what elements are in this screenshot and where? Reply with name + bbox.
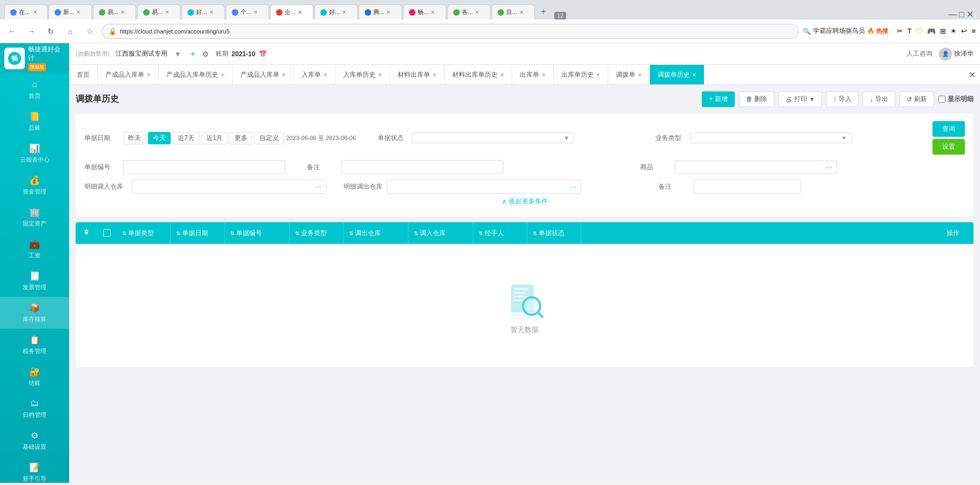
goods-ellipsis[interactable]: ··· (825, 163, 832, 171)
sidebar-item-settings[interactable]: ⚙ 基础设置 (0, 424, 69, 456)
gear-icon[interactable]: ⚙ (202, 50, 209, 58)
goods-select[interactable]: ··· (675, 161, 837, 174)
tab-8-close[interactable]: ✕ (342, 9, 346, 15)
tab-finished-in[interactable]: 产成品入库单 ✕ (98, 65, 159, 84)
sidebar-item-fund[interactable]: 💰 资金管理 (0, 169, 69, 201)
tab-material-out-hist-close[interactable]: ✕ (500, 72, 504, 78)
tab-bar-close-all[interactable]: ✕ (964, 70, 980, 80)
show-detail-checkbox[interactable] (938, 96, 945, 103)
sidebar-item-archive[interactable]: 🗂 归档管理 (0, 393, 69, 424)
browser-tab-3[interactable]: 易... ✕ (93, 4, 136, 19)
shield-icon[interactable]: 🛡 (916, 27, 923, 35)
biz-type-select[interactable]: ▼ (690, 132, 852, 143)
tab-4-close[interactable]: ✕ (165, 9, 169, 15)
sidebar-item-home[interactable]: ⌂ 首页 (0, 74, 69, 105)
service-label[interactable]: 人工咨询 (907, 49, 932, 58)
sidebar-item-report[interactable]: 📊 云报表中心 (0, 137, 69, 169)
col-type[interactable]: ⇅ 单据类型 (117, 222, 171, 244)
col-no[interactable]: ⇅ 单据编号 (225, 222, 290, 244)
tab-3-close[interactable]: ✕ (120, 9, 125, 15)
tab-finished-in-hist[interactable]: 产成品入库单历史 ✕ (159, 65, 233, 84)
col-operator[interactable]: ⇅ 经手人 (473, 222, 527, 244)
date-btn-today[interactable]: 今天 (148, 132, 171, 144)
col-status[interactable]: ⇅ 单据状态 (527, 222, 581, 244)
sidebar-item-ledger[interactable]: 📒 总账 (0, 105, 69, 137)
export-button[interactable]: ↓ 导出 (863, 91, 895, 107)
tab-2-close[interactable]: ✕ (76, 9, 80, 15)
tab-finished-in2[interactable]: 产成品入库单 ✕ (233, 65, 294, 84)
delete-button[interactable]: 🗑 删除 (739, 91, 774, 107)
translate-icon[interactable]: T (907, 27, 911, 35)
sidebar-item-inventory[interactable]: 📦 库存核算 (0, 297, 69, 329)
browser-tab-9[interactable]: 腾... ✕ (359, 4, 402, 19)
col-biz-type[interactable]: ⇅ 业务类型 (290, 222, 344, 244)
browser-tab-6[interactable]: 个... ✕ (226, 4, 269, 19)
tab-transfer-close[interactable]: ✕ (637, 72, 642, 78)
browser-minimize-btn[interactable]: — (948, 10, 957, 19)
browser-tab-10[interactable]: 畅... ✕ (403, 4, 446, 19)
tab-material-out-close[interactable]: ✕ (432, 72, 437, 78)
tab-receipt-close[interactable]: ✕ (323, 72, 327, 78)
date-btn-7days[interactable]: 近7天 (173, 132, 199, 144)
col-out-warehouse[interactable]: ⇅ 调出仓库 (344, 222, 408, 244)
home-button[interactable]: ⌂ (63, 24, 78, 39)
refresh-button[interactable]: ↺ 刷新 (900, 91, 934, 107)
tab-finished-in-hist-close[interactable]: ✕ (220, 72, 225, 78)
warehouse-out-input[interactable]: ··· (387, 180, 581, 194)
game-icon[interactable]: 🎮 (927, 27, 936, 35)
status-select[interactable]: ▼ (412, 132, 574, 143)
new-button[interactable]: + 新增 (702, 91, 734, 107)
warehouse-in-ellipsis[interactable]: ··· (315, 182, 321, 191)
sidebar-item-invoice[interactable]: 🧾 发票管理 (0, 265, 69, 297)
tab-7-close[interactable]: ✕ (298, 9, 302, 15)
col-in-warehouse[interactable]: ⇅ 调入仓库 (408, 222, 473, 244)
tab-home[interactable]: 首页 (69, 65, 98, 84)
browser-tab-12[interactable]: 目... ✕ (492, 4, 535, 19)
tab-issue-hist[interactable]: 出库单历史 ✕ (554, 65, 608, 84)
tab-transfer[interactable]: 调拨单 ✕ (608, 65, 650, 84)
tab-1-close[interactable]: ✕ (33, 9, 37, 15)
new-tab-button[interactable]: + (536, 4, 551, 19)
company-dropdown-icon[interactable]: ▼ (174, 50, 182, 58)
bookmark-button[interactable]: ☆ (82, 24, 97, 39)
tab-finished-in-close[interactable]: ✕ (146, 72, 151, 78)
add-company-icon[interactable]: + (190, 49, 195, 59)
tab-material-out-hist[interactable]: 材料出库单历史 ✕ (445, 65, 512, 84)
date-btn-custom[interactable]: 自定义 (254, 132, 284, 144)
date-btn-1month[interactable]: 近1月 (202, 132, 228, 144)
sidebar-item-salary[interactable]: 💼 工资 (0, 233, 69, 265)
calendar-icon[interactable]: 📅 (259, 50, 267, 58)
sidebar-item-tax[interactable]: 📋 税务管理 (0, 329, 69, 361)
tab-6-close[interactable]: ✕ (253, 9, 258, 15)
tab-issue[interactable]: 出库单 ✕ (512, 65, 554, 84)
show-detail-toggle[interactable]: 显示明细 (938, 95, 974, 104)
sidebar-item-assets[interactable]: 🏢 固定资产 (0, 201, 69, 233)
import-button[interactable]: ↑ 导入 (826, 91, 858, 107)
tab-finished-in2-close[interactable]: ✕ (281, 72, 286, 78)
browser-close-btn[interactable]: ✕ (966, 9, 974, 19)
browser-tab-8[interactable]: 好... ✕ (314, 4, 358, 19)
tab-issue-close[interactable]: ✕ (541, 72, 546, 78)
tab-receipt-hist[interactable]: 入库单历史 ✕ (335, 65, 390, 84)
col-date[interactable]: ⇅ 单据日期 (171, 222, 225, 244)
print-button[interactable]: 🖨 打印 ▼ (778, 91, 822, 107)
tab-receipt-hist-close[interactable]: ✕ (378, 72, 382, 78)
browser-tab-1[interactable]: 在... ✕ (4, 4, 48, 19)
browser-tab-2[interactable]: 新... ✕ (49, 4, 92, 19)
browser-maximize-btn[interactable]: □ (959, 10, 964, 19)
search-button[interactable]: 查询 (932, 121, 965, 137)
menu-icon[interactable]: ≡ (971, 27, 976, 35)
remark-input[interactable] (341, 160, 504, 174)
doc-no-input[interactable] (123, 160, 285, 174)
tab-5-close[interactable]: ✕ (209, 9, 213, 15)
scissors-icon[interactable]: ✂ (897, 27, 903, 35)
warehouse-out-ellipsis[interactable]: ··· (570, 182, 576, 191)
sidebar-item-close[interactable]: 🔐 结账 (0, 361, 69, 393)
close-all-icon[interactable]: ✕ (969, 70, 976, 80)
grid-icon[interactable]: ⊞ (940, 27, 946, 35)
date-btn-more[interactable]: 更多 (230, 132, 252, 144)
browser-tab-7[interactable]: 企... ✕ (270, 4, 313, 19)
collapse-btn[interactable]: ∧ 收起更多条件 (84, 194, 965, 209)
theme-icon[interactable]: ☀ (950, 27, 957, 35)
tab-transfer-hist-close[interactable]: ✕ (692, 72, 696, 78)
